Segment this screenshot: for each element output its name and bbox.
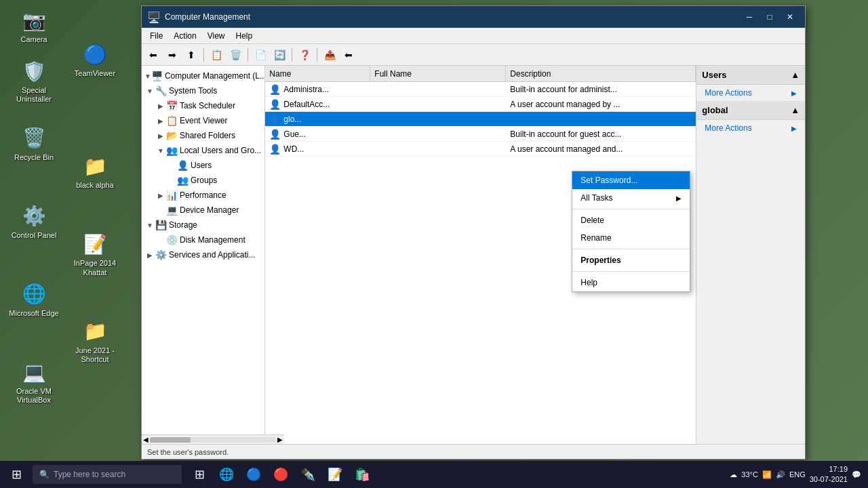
tree-task-scheduler-icon: 📅 [166,100,178,111]
toolbar-delete[interactable]: 🗑️ [226,46,244,64]
list-row-wd[interactable]: 👤 WD... A user account managed and... [265,142,696,157]
tree-services[interactable]: ▶ ⚙️ Services and Applicati... [142,247,264,262]
close-button[interactable]: ✕ [781,9,800,24]
tree-task-scheduler[interactable]: ▶ 📅 Task Scheduler [142,98,264,113]
ctx-properties[interactable]: Properties [572,251,690,269]
recycle-bin-label: Recycle Bin [14,153,54,162]
actions-users-header[interactable]: Users ▲ [696,66,805,85]
tree-shared-folders[interactable]: ▶ 📂 Shared Folders [142,128,264,143]
taskbar-store[interactable]: 🛍️ [350,462,374,487]
ctx-delete[interactable]: Delete [572,211,690,229]
tree-services-icon: ⚙️ [155,249,167,260]
tree-performance[interactable]: ▶ 📊 Performance [142,188,264,203]
ctx-rename[interactable]: Rename [572,229,690,247]
scroll-thumb[interactable] [150,437,191,443]
taskbar-word[interactable]: 📝 [323,462,347,487]
minimize-button[interactable]: ─ [740,9,759,24]
toolbar-up[interactable]: ⬆ [182,46,200,64]
cell-administrator-desc: Built-in account for administ... [506,85,696,94]
toolbar-properties[interactable]: 📄 [252,46,269,64]
ctx-set-password[interactable]: Set Password... [572,171,690,189]
toolbar-forward[interactable]: ➡ [163,46,181,64]
taskbar-stylus[interactable]: ✒️ [296,462,320,487]
cell-guest-name: 👤 Gue... [265,129,370,140]
list-row-defaultacc[interactable]: 👤 DefaultAcc... A user account managed b… [265,97,696,112]
teamviewer-icon: 🔵 [81,41,108,68]
toolbar-refresh[interactable]: 🔄 [271,46,288,64]
ctx-separator-1 [572,209,690,209]
menu-help[interactable]: Help [231,30,258,42]
control-panel-label: Control Panel [12,231,57,240]
desktop-icon-special-uninstaller[interactable]: 🛡️ Special Uninstaller [7,58,61,104]
taskbar-chrome[interactable]: 🔵 [241,462,266,487]
tree-disk-management[interactable]: 💿 Disk Management [142,232,264,247]
tree-groups[interactable]: 👥 Groups [142,173,264,188]
desktop-icon-recycle-bin[interactable]: 🗑️ Recycle Bin [7,125,61,162]
tree-task-scheduler-label: Task Scheduler [180,101,235,110]
toolbar-show-hide-tree[interactable]: 📋 [208,46,225,64]
taskbar-multitasking[interactable]: ⊞ [187,462,212,487]
ctx-help[interactable]: Help [572,274,690,291]
actions-global-more[interactable]: More Actions ▶ [696,120,805,136]
desktop-icon-black-alpha[interactable]: 📁 black alpha [68,152,122,190]
tree-local-users[interactable]: ▼ 👥 Local Users and Gro... [142,143,264,158]
list-row-global[interactable]: 👤 glo... [265,112,696,127]
tree-local-users-expand: ▼ [155,147,166,155]
start-button[interactable]: ⊞ [0,461,33,488]
search-icon: 🔍 [39,470,50,479]
taskbar-opera[interactable]: 🔴 [269,462,293,487]
desktop-icon-teamviewer[interactable]: 🔵 TeamViewer [68,41,122,78]
menu-view[interactable]: View [202,30,231,42]
taskbar-language[interactable]: ENG [789,470,806,479]
tree-shared-folders-label: Shared Folders [180,131,235,140]
col-header-description[interactable]: Description [506,66,696,81]
col-header-name[interactable]: Name [265,66,370,81]
tree-system-tools-icon: 🔧 [155,85,167,96]
tree-event-viewer[interactable]: ▶ 📋 Event Viewer [142,113,264,128]
col-header-fullname[interactable]: Full Name [370,66,506,81]
menu-action[interactable]: Action [168,30,201,42]
taskbar-notification[interactable]: 💬 [852,470,861,479]
tree-device-manager[interactable]: 💻 Device Manager [142,203,264,218]
tree-hscroll[interactable]: ◀ ▶ [142,434,284,444]
desktop-icon-microsoft-edge[interactable]: 🌐 Microsoft Edge [7,281,61,318]
ctx-all-tasks[interactable]: All Tasks ▶ [572,189,690,207]
tree-services-label: Services and Applicati... [169,250,255,260]
list-row-administrator[interactable]: 👤 Administra... Built-in account for adm… [265,82,696,97]
desktop-icon-camera[interactable]: 📷 Camera [7,7,61,44]
menu-file[interactable]: File [144,30,168,42]
desktop-icon-control-panel[interactable]: ⚙️ Control Panel [7,203,61,240]
taskbar-apps: ⊞ 🌐 🔵 🔴 ✒️ 📝 🛍️ [187,462,374,487]
inpage-icon: 📝 [81,230,108,258]
computer-management-window: 🖥️ Computer Management ─ □ ✕ File Action… [141,5,806,460]
june-2021-label: June 2021 - Shortcut [68,346,122,364]
actions-global-header[interactable]: global ▲ [696,101,805,120]
tree-event-viewer-label: Event Viewer [180,116,227,125]
desktop-icon-june-2021[interactable]: 📁 June 2021 - Shortcut [68,318,122,364]
toolbar-back[interactable]: ⬅ [144,46,162,64]
desktop-icon-oracle-vm[interactable]: 💻 Oracle VM VirtualBox [7,359,61,405]
cell-defaultacc-desc: A user account managed by ... [506,100,696,109]
context-menu: Set Password... All Tasks ▶ Delete Renam… [572,171,690,292]
window-icon: 🖥️ [147,11,161,24]
tree-users[interactable]: 👤 Users [142,158,264,173]
toolbar-help[interactable]: ❓ [296,46,313,64]
toolbar-export[interactable]: 📤 [321,46,338,64]
tree-system-tools[interactable]: ▼ 🔧 System Tools [142,83,264,98]
actions-users-more[interactable]: More Actions ▶ [696,85,805,101]
toolbar-extra[interactable]: ⬅ [340,46,357,64]
taskbar: ⊞ 🔍 Type here to search ⊞ 🌐 🔵 🔴 ✒️ 📝 🛍️ … [0,461,868,488]
taskbar-search[interactable]: 🔍 Type here to search [33,465,182,484]
tree-groups-icon: 👥 [177,175,189,186]
scroll-right-arrow[interactable]: ▶ [277,436,283,443]
taskbar-edge[interactable]: 🌐 [214,462,239,487]
taskbar-clock[interactable]: 17:19 30-07-2021 [810,464,848,485]
list-row-guest[interactable]: 👤 Gue... Built-in account for guest acc.… [265,127,696,142]
maximize-button[interactable]: □ [760,9,779,24]
tree-storage[interactable]: ▼ 💾 Storage [142,218,264,232]
desktop-icon-inpage[interactable]: 📝 InPage 2014 Khattat [68,230,122,277]
black-alpha-label: black alpha [76,181,114,190]
tree-root[interactable]: ▼ 🖥️ Computer Management (L... [142,68,264,83]
scroll-left-arrow[interactable]: ◀ [143,436,149,443]
toolbar-separator-3 [292,48,292,62]
